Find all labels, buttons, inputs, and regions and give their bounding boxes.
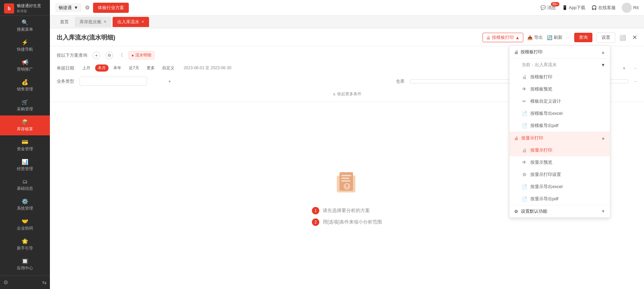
search-icon: 🔍	[22, 19, 28, 26]
step-2-text: 用[选项]条件来缩小分析范围	[323, 219, 382, 225]
online-service-label: 在线客服	[598, 5, 616, 11]
empty-step-2: 2 用[选项]条件来缩小分析范围	[312, 218, 382, 226]
template-export-excel-icon: 📄	[522, 111, 527, 116]
template-print-icon: 🖨	[522, 74, 527, 80]
sidebar-item-finance[interactable]: 💳 资金管理	[0, 135, 50, 155]
more-actions-icon[interactable]: ···	[566, 35, 570, 40]
display-print-label: 按显示打印	[530, 147, 552, 153]
sidebar-item-quick-nav[interactable]: ⚡ 快捷导航	[0, 36, 50, 56]
main-content: 畅捷通 ▼ ⚙ 体验行业方案 💬 消息 99+ 📱 App下载 🎧	[50, 0, 644, 289]
display-export-excel-label: 按显示导出excel	[530, 184, 562, 190]
collapse-footer-icon[interactable]: ⇆	[42, 279, 47, 286]
print-dropdown-arrow[interactable]: ▲	[515, 35, 520, 40]
logo-icon: b	[4, 3, 14, 14]
tab-batch-account-close[interactable]: ✕	[104, 20, 107, 24]
query-button[interactable]: 查询	[574, 33, 592, 42]
date-btn-this-month[interactable]: 本月	[95, 64, 109, 72]
app-download-button[interactable]: 📱 App下载	[562, 5, 585, 11]
default-func-icon: ⚙	[514, 209, 518, 214]
topbar-right: 💬 消息 99+ 📱 App下载 🎧 在线客服 Rit	[540, 3, 639, 13]
dropdown-item-display-export-excel[interactable]: 📄 按显示导出excel	[509, 181, 610, 193]
expand-icon[interactable]: ⬜	[619, 34, 626, 41]
empty-step-1: 1 请先选择要分析的方案	[312, 207, 382, 214]
sidebar-item-guide[interactable]: 🌟 新手引导	[0, 235, 50, 255]
template-preview-label: 按模板预览	[530, 86, 552, 92]
basic-label: 基础信息	[17, 186, 33, 191]
message-button[interactable]: 💬 消息 99+	[540, 5, 556, 11]
sidebar-item-system[interactable]: ⚙️ 系统管理	[0, 195, 50, 215]
dropdown-item-display-preview[interactable]: 👁 按显示预览	[509, 156, 610, 168]
filter-setting-button[interactable]: ⚙	[106, 52, 113, 59]
dropdown-close-arrow[interactable]: ▲	[601, 50, 605, 55]
sidebar-item-apps[interactable]: 🔲 应用中心	[0, 255, 50, 274]
print-template-button[interactable]: 🖨 按模板打印 ▲	[482, 33, 523, 42]
guide-label: 新手引导	[17, 245, 33, 251]
sales-label: 销售管理	[17, 86, 33, 92]
dropdown-item-template-export-excel[interactable]: 📄 按模板导出excel	[509, 107, 610, 120]
settings-button[interactable]: 设置	[596, 32, 615, 43]
date-btn-7days[interactable]: 近7天	[126, 64, 142, 72]
account-selector[interactable]: 畅捷通 ▼	[55, 3, 82, 12]
dropdown-item-template-export-pdf[interactable]: 📄 按模板导出pdf	[509, 120, 610, 132]
dropdown-item-template-preview[interactable]: 👁 按模板预览	[509, 83, 610, 95]
dropdown-item-template-custom[interactable]: ✏ 模板自定义设计	[509, 95, 610, 107]
sidebar-item-operations[interactable]: 📊 经营管理	[0, 155, 50, 175]
dropdown-item-display-export-pdf[interactable]: 📄 按显示导出pdf	[509, 193, 610, 205]
basic-icon: 🗂	[22, 179, 28, 185]
svg-rect-3	[341, 178, 349, 179]
export-button[interactable]: 📤 导出	[527, 34, 543, 41]
close-page-icon[interactable]: ✕	[632, 34, 637, 41]
filter-collapse-button[interactable]: 《	[118, 52, 123, 58]
date-btn-more[interactable]: 更多	[144, 64, 157, 72]
quick-nav-label: 快捷导航	[17, 47, 33, 52]
sidebar-item-purchase[interactable]: 🛒 采购管理	[0, 96, 50, 115]
filter-tag-flow[interactable]: ● 流水明细	[128, 51, 154, 59]
tab-flow-label: 出入库流水	[117, 19, 139, 25]
sidebar-item-marketing[interactable]: 📢 营销推广	[0, 56, 50, 76]
dropdown-item-display-print[interactable]: 🖨 按显示打印	[509, 144, 610, 156]
date-btn-last-month[interactable]: 上月	[80, 64, 93, 72]
enterprise-icon: 🤝	[22, 218, 28, 225]
message-badge: 99+	[551, 2, 559, 6]
dropdown-item-template-print[interactable]: 🖨 按模板打印	[509, 71, 610, 83]
template-print-label: 按模板打印	[530, 74, 552, 80]
user-menu[interactable]: Rit	[622, 3, 639, 13]
display-export-excel-icon: 📄	[522, 184, 527, 189]
warehouse-more-btn[interactable]: ···	[634, 79, 637, 84]
tab-home[interactable]: 首页	[55, 17, 74, 27]
step-1-number: 1	[312, 207, 319, 214]
trial-button[interactable]: 体验行业方案	[93, 3, 129, 13]
settings-footer-icon[interactable]: ⚙	[3, 279, 8, 286]
sidebar-item-sales[interactable]: 💰 销售管理	[0, 76, 50, 96]
receipt-type-more-btn[interactable]: ···	[634, 66, 637, 71]
online-service-button[interactable]: 🎧 在线客服	[591, 5, 616, 11]
logo-sub: 标准版	[17, 9, 41, 14]
dropdown-current-template[interactable]: 当前：出入库流水 ▼	[509, 59, 610, 71]
sidebar-item-inventory[interactable]: 📦 库存核算	[0, 115, 50, 135]
refresh-button[interactable]: 🔄 刷新	[547, 34, 562, 41]
date-btn-this-year[interactable]: 本年	[111, 64, 124, 72]
tab-flow-close[interactable]: ✕	[141, 20, 144, 24]
sidebar-item-search[interactable]: 🔍 搜索菜单	[0, 16, 50, 36]
filter-add-button[interactable]: +	[93, 52, 100, 59]
tabs-bar: 首页 库存批次账 ✕ 出入库流水 ✕	[50, 16, 644, 28]
svg-rect-4	[341, 180, 350, 182]
default-func-group[interactable]: ⚙ 设置默认功能 ▼	[509, 205, 610, 217]
date-btn-custom[interactable]: 自定义	[159, 64, 177, 72]
topbar-settings-icon[interactable]: ⚙	[85, 4, 90, 11]
display-print-group[interactable]: 🖨 按显示打印 ▲	[509, 132, 610, 144]
dropdown-items: 🖨 按模板打印 👁 按模板预览 ✏ 模板自定义设计 📄 按模板导出excel 📄…	[509, 71, 610, 132]
quick-nav-icon: ⚡	[22, 39, 28, 46]
inventory-icon: 📦	[22, 119, 28, 125]
print-template-label: 按模板打印	[492, 34, 514, 41]
biz-type-select[interactable]	[80, 77, 147, 86]
system-label: 系统管理	[17, 206, 33, 211]
tab-batch-account[interactable]: 库存批次账 ✕	[75, 17, 111, 27]
sidebar-item-basic[interactable]: 🗂 基础信息	[0, 175, 50, 195]
dropdown-item-display-print-settings[interactable]: ⚙ 按显示打印设置	[509, 168, 610, 181]
template-export-excel-label: 按模板导出excel	[530, 110, 562, 116]
template-preview-icon: 👁	[522, 86, 527, 92]
tab-flow[interactable]: 出入库流水 ✕	[113, 17, 149, 27]
sidebar-item-enterprise[interactable]: 🤝 企业协同	[0, 215, 50, 235]
current-template-arrow: ▼	[601, 62, 605, 68]
